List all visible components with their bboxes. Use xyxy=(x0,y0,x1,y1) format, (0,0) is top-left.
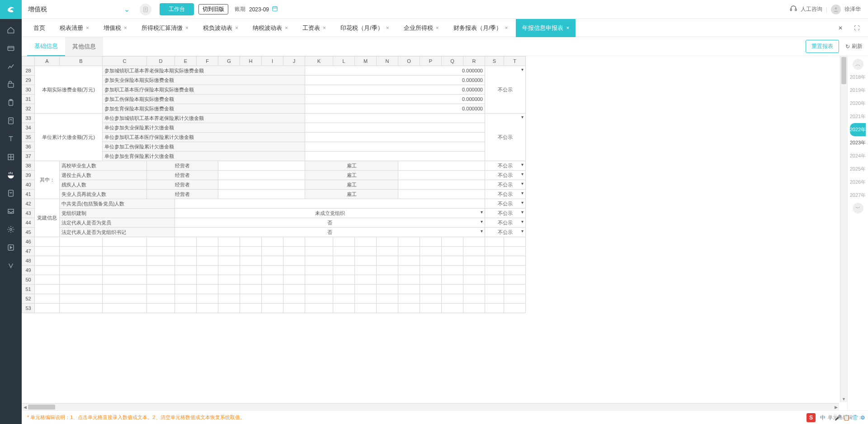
tab-企业所得税[interactable]: 企业所得税× xyxy=(397,19,445,19)
period-value[interactable]: 2023-09 xyxy=(249,6,269,13)
calendar-icon[interactable] xyxy=(272,5,278,13)
avatar[interactable] xyxy=(831,5,841,14)
tab-年报信息申报表[interactable]: 年报信息申报表× xyxy=(516,19,576,19)
svg-rect-4 xyxy=(273,7,278,11)
svg-rect-9 xyxy=(795,9,797,11)
period-label: 账期 xyxy=(235,5,245,13)
tab-印花税（月/季）[interactable]: 印花税（月/季）× xyxy=(334,19,396,19)
svg-rect-8 xyxy=(790,9,792,11)
switch-old-button[interactable]: 切到旧版 xyxy=(198,4,228,14)
tab-工资表[interactable]: 工资表× xyxy=(296,19,332,19)
svg-point-10 xyxy=(835,7,837,10)
tab-增值税[interactable]: 增值税× xyxy=(97,19,133,19)
app-logo[interactable] xyxy=(0,0,22,19)
tab-税负波动表[interactable]: 税负波动表× xyxy=(197,19,245,19)
doc-icon[interactable] xyxy=(140,4,151,15)
tab-财务报表（月/季）[interactable]: 财务报表（月/季）× xyxy=(447,19,514,19)
headset-icon[interactable] xyxy=(790,5,797,14)
tab-所得税汇算清缴[interactable]: 所得税汇算清缴× xyxy=(135,19,195,19)
tab-纳税波动表[interactable]: 纳税波动表× xyxy=(246,19,294,19)
tab-税表清册[interactable]: 税表清册× xyxy=(53,19,95,19)
support-label[interactable]: 人工咨询 xyxy=(801,5,822,13)
username[interactable]: 徐泽华 xyxy=(844,5,861,13)
chevron-down-icon[interactable]: ⌄ xyxy=(124,5,130,14)
workspace-button[interactable]: 工作台 xyxy=(160,3,194,15)
module-title[interactable]: 增值税 xyxy=(28,5,47,14)
tab-首页[interactable]: 首页 xyxy=(27,19,52,19)
